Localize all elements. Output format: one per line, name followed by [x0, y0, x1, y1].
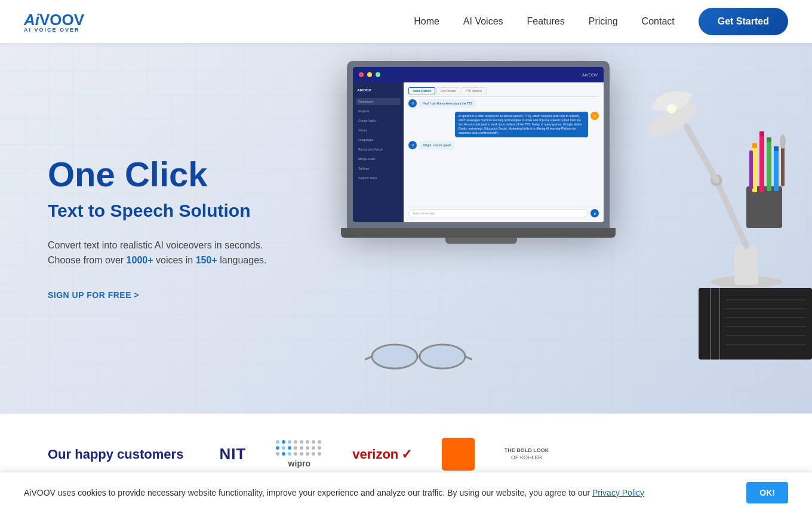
get-started-button[interactable]: Get Started	[699, 8, 788, 35]
nav-links: Home AI Voices Features Pricing Contact …	[414, 8, 788, 35]
nav-home[interactable]: Home	[414, 16, 439, 27]
svg-rect-13	[767, 137, 771, 142]
svg-line-31	[365, 357, 372, 360]
nav-pricing[interactable]: Pricing	[589, 16, 618, 27]
voices-count: 1000+	[127, 255, 153, 265]
svg-point-0	[710, 276, 782, 288]
nav-contact[interactable]: Contact	[642, 16, 675, 27]
svg-rect-19	[699, 288, 812, 360]
svg-point-5	[643, 97, 700, 142]
svg-rect-17	[781, 142, 785, 186]
svg-point-28	[372, 345, 417, 368]
hero-title: One Click	[48, 155, 266, 193]
njit-logo: NIT	[219, 445, 246, 463]
svg-rect-1	[734, 246, 758, 285]
hero-section: One Click Text to Speech Solution Conver…	[0, 43, 812, 413]
svg-line-32	[465, 357, 472, 360]
svg-rect-8	[752, 145, 757, 192]
cookie-ok-button[interactable]: OK!	[746, 482, 788, 494]
customer-logos: NIT	[219, 438, 764, 471]
kohler-logo: THE BOLD LOOK OF KOHLER	[505, 447, 549, 461]
verizon-logo: verizon ✓	[352, 447, 411, 462]
notepad-icon	[699, 282, 812, 365]
svg-rect-11	[759, 131, 764, 136]
svg-rect-9	[752, 143, 757, 148]
svg-rect-16	[749, 150, 753, 189]
navbar: Ai VOOV AI VOICE OVER Home AI Voices Fea…	[0, 0, 812, 43]
hero-image-area: AiVOOV AIVOOV Dashboard Projects Create …	[341, 43, 812, 413]
svg-point-29	[420, 345, 465, 368]
svg-rect-15	[774, 146, 779, 151]
customers-label: Our happy customers	[48, 447, 183, 462]
logo-link[interactable]: Ai VOOV AI VOICE OVER	[24, 11, 84, 33]
cookie-text: AiVOOV uses cookies to provide necessary…	[24, 487, 739, 495]
svg-point-33	[372, 345, 417, 368]
orange-logo	[442, 438, 475, 471]
svg-rect-14	[774, 148, 779, 191]
svg-rect-12	[767, 139, 771, 191]
hero-content: One Click Text to Speech Solution Conver…	[0, 107, 266, 349]
desk-lamp-icon	[579, 43, 806, 300]
nav-features[interactable]: Features	[527, 16, 565, 27]
svg-point-3	[710, 174, 722, 186]
pencil-cup-icon	[728, 115, 800, 234]
nav-ai-voices[interactable]: AI Voices	[463, 16, 503, 27]
svg-rect-10	[759, 133, 764, 192]
privacy-policy-link[interactable]: Privacy Policy	[592, 488, 644, 495]
logo-tagline: AI VOICE OVER	[24, 27, 80, 33]
glasses-icon	[365, 336, 472, 371]
lang-count: 150+	[196, 255, 217, 265]
hero-subtitle: Text to Speech Solution	[48, 201, 266, 221]
laptop-mockup: AiVOOV AIVOOV Dashboard Projects Create …	[347, 61, 616, 244]
svg-point-34	[420, 345, 465, 368]
svg-line-2	[716, 180, 746, 246]
svg-point-6	[667, 104, 676, 113]
svg-line-4	[687, 127, 716, 180]
signup-link[interactable]: SIGN UP FOR FREE >	[48, 290, 139, 301]
wipro-logo: wipro	[276, 440, 322, 468]
hero-description: Convert text into realistic AI voiceover…	[48, 238, 266, 268]
cookie-banner: AiVOOV uses cookies to provide necessary…	[0, 472, 812, 494]
svg-rect-7	[746, 186, 782, 228]
svg-point-18	[780, 134, 786, 149]
